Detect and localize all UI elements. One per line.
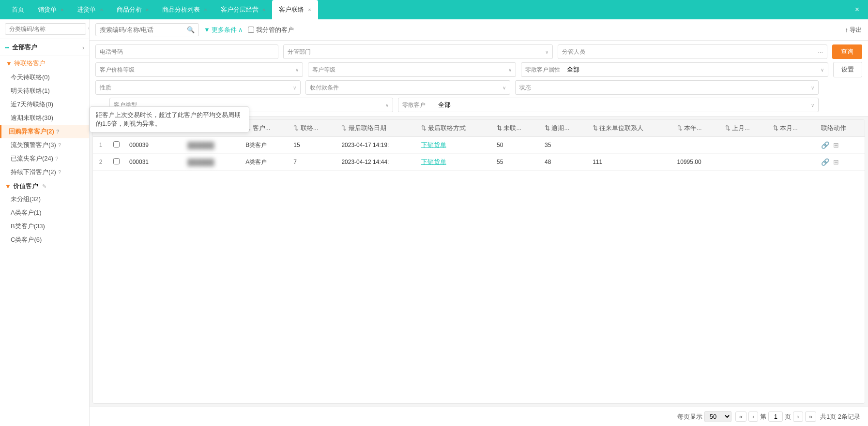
settings-button[interactable]: 设置 xyxy=(833,62,862,77)
sidebar-search-input[interactable] xyxy=(5,23,86,35)
row2-uncontacted: 55 xyxy=(492,154,540,171)
table-row: 2 000031 ██████ A类客户 7 2023-04-12 14:44:… xyxy=(93,154,865,171)
nav-purchase[interactable]: 进货单 × xyxy=(70,0,109,19)
sidebar-pending-contact-group[interactable]: ▼ 待联络客户 xyxy=(0,56,89,71)
nav-product-analysis-close[interactable]: × xyxy=(146,0,149,19)
sidebar-item-a-class[interactable]: A类客户(1) xyxy=(0,206,89,220)
nav-customer-segment[interactable]: 客户分层经营 × xyxy=(214,0,272,19)
sidebar-item-b-class[interactable]: B类客户(33) xyxy=(0,220,89,233)
sidebar-item-tomorrow[interactable]: 明天待联络(1) xyxy=(0,84,89,98)
export-button[interactable]: ↑ 导出 xyxy=(845,26,863,34)
lost-info-icon: ? xyxy=(55,156,58,162)
row1-name-blurred: ██████ xyxy=(187,142,214,149)
sidebar-item-today[interactable]: 今天待联络(0) xyxy=(0,71,89,84)
sidebar-item-c-class[interactable]: C类客户(6) xyxy=(0,233,89,247)
first-page-button[interactable]: « xyxy=(735,411,746,422)
filter-retail-customer-value: 全部 xyxy=(438,101,451,109)
filter-phone[interactable]: 电话号码 xyxy=(95,44,278,59)
row1-code: 000039 xyxy=(124,137,183,154)
sidebar-item-lost-customers[interactable]: 已流失客户(24) ? xyxy=(0,152,89,165)
row2-checkbox[interactable] xyxy=(108,154,124,171)
my-customers-checkbox[interactable] xyxy=(248,27,254,33)
nav-sales-close[interactable]: × xyxy=(61,0,63,19)
nav-product-list-close[interactable]: × xyxy=(204,0,207,19)
nav-product-analysis[interactable]: 商品分析 × xyxy=(110,0,155,19)
sidebar-item-declining[interactable]: 持续下滑客户(2) ? xyxy=(0,165,89,179)
row2-year-amount: 10995.00 xyxy=(672,154,720,171)
filter-nature[interactable]: 性质 ∨ xyxy=(95,80,301,95)
nature-dropdown-icon: ∨ xyxy=(293,85,296,90)
prev-page-button[interactable]: ‹ xyxy=(748,411,758,422)
th-last-method-sort[interactable]: ⇅ xyxy=(421,124,426,132)
window-close-button[interactable]: × xyxy=(851,5,863,14)
my-customers-checkbox-wrap[interactable]: 我分管的客户 xyxy=(248,26,294,34)
sidebar-collapse-icon[interactable]: › xyxy=(82,44,84,51)
next-page-button[interactable]: › xyxy=(793,411,803,422)
page-number-input[interactable] xyxy=(768,411,783,422)
th-contact-sort[interactable]: ⇅ xyxy=(293,124,299,132)
sidebar-item-7days[interactable]: 近7天待联络(0) xyxy=(0,98,89,111)
row2-contact: 7 xyxy=(289,154,336,171)
more-conditions-btn[interactable]: ▼ 更多条件 ∧ xyxy=(204,26,243,34)
payment-dropdown-icon: ∨ xyxy=(503,85,506,90)
sidebar-body: ▪▪ 全部客户 › ▼ 待联络客户 今天待联络(0) 明天待联络(1) 近7天待… xyxy=(0,39,89,426)
filter-status[interactable]: 状态 ∨ xyxy=(515,80,819,95)
7days-contact-label: 近7天待联络(0) xyxy=(11,101,53,108)
query-button[interactable]: 查询 xyxy=(832,44,862,59)
row1-contact-person xyxy=(588,137,672,154)
per-page-label: 每页显示 xyxy=(677,412,702,421)
sidebar-item-churn-warning[interactable]: 流失预警客户(3) ? xyxy=(0,138,89,152)
th-uncontacted-sort[interactable]: ⇅ xyxy=(497,124,502,132)
nav-purchase-close[interactable]: × xyxy=(100,0,103,19)
filter-manager[interactable]: 分管人员 ··· xyxy=(558,44,827,59)
sidebar-item-unclassified[interactable]: 未分组(32) xyxy=(0,192,89,206)
main-search-icon[interactable]: 🔍 xyxy=(187,26,195,33)
row2-select[interactable] xyxy=(113,158,120,164)
filter-customer-level[interactable]: 客户等级 ∨ xyxy=(308,62,516,77)
sidebar-item-repurchase-abnormal[interactable]: 回购异常客户(2) ? xyxy=(0,125,89,138)
row2-method-link[interactable]: 下销货单 xyxy=(421,158,446,165)
th-last-date-sort[interactable]: ⇅ xyxy=(341,124,347,132)
row2-last-method[interactable]: 下销货单 xyxy=(416,154,492,171)
nav-customer-segment-close[interactable]: × xyxy=(262,0,265,19)
sidebar-item-overdue[interactable]: 逾期未联络(30) xyxy=(0,111,89,125)
th-overdue-sort[interactable]: ⇅ xyxy=(545,124,550,132)
c-class-label: C类客户(6) xyxy=(11,236,42,243)
row1-link-icon[interactable]: 🔗 xyxy=(821,141,829,149)
filter-retail-customer[interactable]: 零散客户 全部 ∨ xyxy=(398,98,819,112)
row2-name-blurred: ██████ xyxy=(187,159,214,166)
table-row: 1 000039 ██████ B类客户 15 2023-04-17 14:19… xyxy=(93,137,865,154)
th-this-month-sort[interactable]: ⇅ xyxy=(773,124,778,132)
nav-customer-contact[interactable]: 客户联络 × xyxy=(272,0,318,19)
filter-price-level[interactable]: 客户价格等级 ∨ xyxy=(95,62,303,77)
per-page-select[interactable]: 50 100 200 xyxy=(704,411,731,422)
nav-customer-contact-close[interactable]: × xyxy=(308,0,311,19)
nav-product-list[interactable]: 商品分析列表 × xyxy=(155,0,213,19)
filter-department[interactable]: 分管部门 ∨ xyxy=(283,44,553,59)
row1-select[interactable] xyxy=(113,141,120,147)
nav-home[interactable]: 首页 xyxy=(5,0,31,19)
filter-retail-attr[interactable]: 零散客户属性 全部 ∨ xyxy=(521,62,828,77)
nav-product-analysis-label: 商品分析 xyxy=(117,0,142,19)
nav-sales[interactable]: 销货单 × xyxy=(31,0,70,19)
filter-retail-attr-label: 零散客户属性 xyxy=(525,66,560,74)
row2-grid-icon[interactable]: ⊞ xyxy=(833,158,839,166)
th-year-amount-sort[interactable]: ⇅ xyxy=(677,124,683,132)
last-page-button[interactable]: » xyxy=(805,411,816,422)
row2-link-icon[interactable]: 🔗 xyxy=(821,158,829,166)
row1-last-method[interactable]: 下销货单 xyxy=(416,137,492,154)
filter-payment[interactable]: 收付款条件 ∨ xyxy=(305,80,511,95)
main-search-input[interactable] xyxy=(100,24,187,36)
repurchase-abnormal-item-wrap: 回购异常客户(2) ? xyxy=(0,125,89,138)
th-this-month: ⇅ 本月... xyxy=(768,120,816,137)
th-contact-person-sort[interactable]: ⇅ xyxy=(593,124,598,132)
th-last-month-sort[interactable]: ⇅ xyxy=(725,124,731,132)
filter-manager-dots[interactable]: ··· xyxy=(818,48,823,56)
repurchase-abnormal-info-icon[interactable]: ? xyxy=(56,129,60,134)
department-dropdown-icon: ∨ xyxy=(545,49,548,55)
row1-checkbox[interactable] xyxy=(108,137,124,154)
row1-grid-icon[interactable]: ⊞ xyxy=(833,141,839,149)
row1-method-link[interactable]: 下销货单 xyxy=(421,141,446,148)
value-customer-edit-icon[interactable]: ✎ xyxy=(42,183,46,190)
row1-uncontacted: 50 xyxy=(492,137,540,154)
